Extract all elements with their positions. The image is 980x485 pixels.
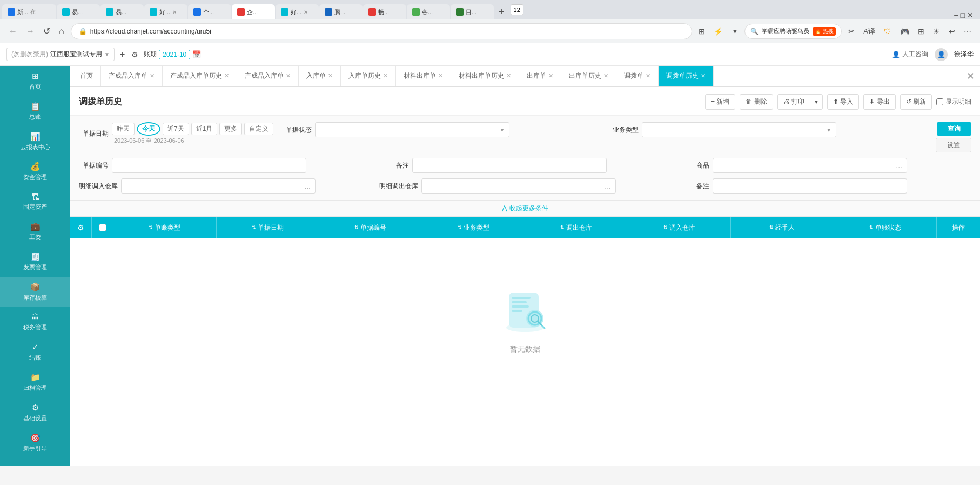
browser-tab-5[interactable]: 个... [188,4,231,19]
date-more-btn[interactable]: 更多 [219,123,242,135]
browser-tab-6[interactable]: 企... [232,4,275,19]
tab-close-material-outbound[interactable]: ✕ [438,72,443,79]
dropdown-icon[interactable]: ▼ [729,25,740,37]
sidebar-item-archive[interactable]: 📁 归档管理 [0,367,70,397]
home-button[interactable]: ⌂ [57,24,66,38]
th-type[interactable]: ⇅ 单账类型 [113,217,217,238]
sidebar-item-funds[interactable]: 💰 资金管理 [0,156,70,187]
user-name-display[interactable]: 徐泽华 [954,50,974,59]
tab-close-outbound[interactable]: ✕ [548,72,553,79]
tab-close-product-inbound-history[interactable]: ✕ [224,72,229,79]
grid-icon[interactable]: ⊞ [696,25,707,38]
sidebar-item-payroll[interactable]: 💼 工资 [0,216,70,247]
th-biz-type[interactable]: ⇅ 业务类型 [422,217,526,238]
browser-tab-3[interactable]: 易... [100,4,144,19]
collapse-bar[interactable]: ⋀ 收起更多条件 [70,201,980,217]
maximize-button[interactable]: □ [961,11,965,19]
print-button[interactable]: 🖨 打印 [778,95,810,109]
more-icon[interactable]: ⋯ [962,25,974,38]
browser-tab-4[interactable]: 好... ✕ [144,4,187,19]
browser-tab-8[interactable]: 腾... [319,4,363,19]
browser-tab-11[interactable]: 目... [451,4,494,19]
remark-input[interactable] [412,158,607,173]
browser-tab-1[interactable]: 新... 在 [2,4,56,19]
in-warehouse-select[interactable]: ... [121,178,316,194]
tab-close-transfer-history[interactable]: ✕ [701,72,706,79]
out-warehouse-select[interactable]: ... [421,178,616,194]
address-bar[interactable]: 🔒 https://cloud.chanjet.com/accounting/u… [71,23,693,39]
tab-close-material-outbound-history[interactable]: ✕ [506,72,511,79]
scissors-icon[interactable]: ✂ [846,25,857,38]
tab4-close[interactable]: ✕ [172,9,177,15]
sidebar-item-home[interactable]: ⊞ 首页 [0,66,70,96]
date-yesterday-btn[interactable]: 昨天 [112,123,135,135]
tab-close-inbound[interactable]: ✕ [328,72,333,79]
sidebar-item-fixed[interactable]: 🏗 固定资产 [0,187,70,216]
import-button[interactable]: ⬆ 导入 [827,94,859,110]
sidebar-item-invoice[interactable]: 🧾 发票管理 [0,247,70,277]
remark2-input[interactable] [713,178,907,194]
page-tab-inbound-history[interactable]: 入库单历史 ✕ [341,66,396,87]
print-dropdown-button[interactable]: ▼ [810,96,822,108]
browser-tab-9[interactable]: 畅... [363,4,406,19]
page-tab-material-outbound-history[interactable]: 材料出库单历史 ✕ [451,66,519,87]
sidebar-item-inventory[interactable]: 📦 库存核算 [0,277,70,307]
sidebar-item-member[interactable]: V 畅会员 [0,458,70,466]
page-tab-material-outbound[interactable]: 材料出库单 ✕ [396,66,451,87]
company-selector[interactable]: (勿删勿禁用) 江西服宝测试专用 ▼ [6,48,115,61]
date-week-btn[interactable]: 近7天 [163,123,189,135]
show-detail-checkbox[interactable] [936,98,943,105]
sidebar-item-ledger[interactable]: 📋 总账 [0,96,70,127]
page-tab-outbound[interactable]: 出库单 ✕ [519,66,561,87]
sidebar-item-guide[interactable]: 🎯 新手引导 [0,428,70,458]
minimize-button[interactable]: − [954,11,958,19]
add-company-button[interactable]: + [119,49,126,61]
translate-icon[interactable]: A译 [861,24,877,38]
th-handler[interactable]: ⇅ 经手人 [731,217,834,238]
date-custom-btn[interactable]: 自定义 [244,123,273,135]
th-settings[interactable]: ⚙ [70,217,92,238]
th-date[interactable]: ⇅ 单据日期 [217,217,320,238]
show-detail-checkbox-wrapper[interactable]: 显示明细 [936,97,971,107]
tab-close-inbound-history[interactable]: ✕ [383,72,388,79]
page-tab-product-inbound-history[interactable]: 产成品入库单历史 ✕ [163,66,237,87]
tab-close-outbound-history[interactable]: ✕ [603,72,608,79]
date-today-btn[interactable]: 今天 [137,122,160,136]
new-record-button[interactable]: + 新增 [705,94,735,110]
customer-service-link[interactable]: 👤 人工咨询 [892,50,928,59]
refresh-button[interactable]: ↺ [41,24,52,38]
forward-button[interactable]: → [24,24,37,38]
th-out-warehouse[interactable]: ⇅ 调出仓库 [525,217,628,238]
shield-icon[interactable]: 🛡 [882,25,894,38]
sidebar-item-reports[interactable]: 📊 云报表中心 [0,127,70,156]
goods-select[interactable]: ... [713,158,907,173]
select-all-checkbox[interactable] [99,224,106,231]
sidebar-item-closing[interactable]: ✓ 结账 [0,337,70,367]
status-select[interactable]: ▼ [315,122,509,137]
brightness-icon[interactable]: ☀ [931,25,942,38]
user-avatar[interactable]: 👤 [935,48,948,61]
page-tab-transfer[interactable]: 调拨单 ✕ [616,66,659,87]
back-button[interactable]: ← [6,24,19,38]
browser-tab-10[interactable]: 各... [407,4,450,19]
export-button[interactable]: ⬇ 导出 [863,94,895,110]
th-check[interactable] [92,217,113,238]
tab-close-product-inbound[interactable]: ✕ [150,72,155,79]
page-tab-product-inbound[interactable]: 产成品入库单 ✕ [101,66,163,87]
page-tab-inbound[interactable]: 入库单 ✕ [299,66,341,87]
page-tab-product-inbound2[interactable]: 产成品入库单 ✕ [237,66,299,87]
close-all-tabs-button[interactable]: ✕ [961,70,980,82]
query-button[interactable]: 查询 [937,122,971,136]
lightning-icon[interactable]: ⚡ [711,25,725,38]
page-tab-transfer-history[interactable]: 调拨单历史 ✕ [659,66,714,87]
settings-button[interactable]: ⚙ [130,49,139,60]
page-tab-home[interactable]: 首页 [72,66,101,87]
voucher-no-input[interactable] [112,158,306,173]
settings-filter-button[interactable]: 设置 [936,138,971,152]
game-icon[interactable]: 🎮 [898,25,911,38]
close-window-button[interactable]: ✕ [967,11,974,19]
apps-icon[interactable]: ⊞ [916,25,927,38]
page-tab-outbound-history[interactable]: 出库单历史 ✕ [561,66,616,87]
biz-type-select[interactable]: ▼ [642,122,836,137]
refresh-data-button[interactable]: ↺ 刷新 [900,94,932,110]
